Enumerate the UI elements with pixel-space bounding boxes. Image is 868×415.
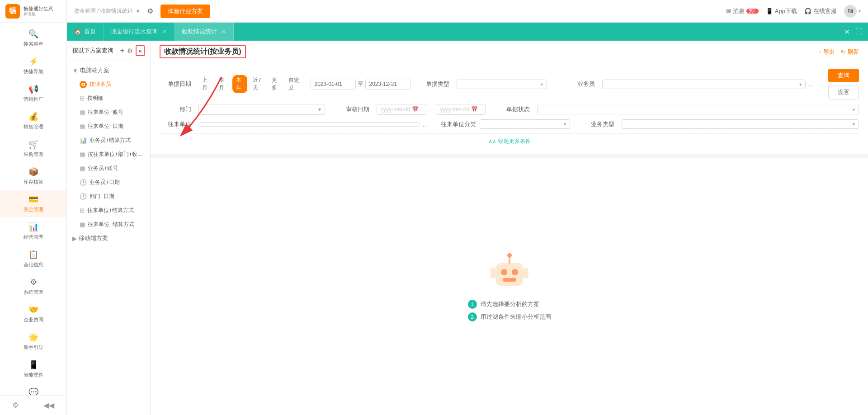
date-tab-more[interactable]: 更多 [268, 75, 283, 93]
audit-date-from[interactable]: yyyy-mm-dd 📅 [377, 104, 426, 115]
scheme-item-by-salesperson[interactable]: 按业务员 [67, 77, 150, 91]
sidebar-item-quick-nav[interactable]: ⚡ 快捷导航 [0, 52, 66, 80]
trial-button[interactable]: 体验行业方案 [160, 5, 210, 18]
breadcrumb-text: 资金管理 / 收款情况统计 [74, 7, 133, 15]
scheme-item-salesperson-method[interactable]: 📊 业务员+结算方式 [67, 133, 150, 147]
date-tab-this-month[interactable]: 本月 [215, 75, 230, 93]
system-icon: ⚙ [30, 277, 37, 287]
message-btn[interactable]: ✉ 消息 99+ [726, 7, 759, 15]
collapse-icon: ∧∧ [488, 138, 496, 145]
partner-select[interactable] [198, 122, 420, 127]
breadcrumb-dropdown[interactable]: ▾ [137, 8, 140, 14]
scheme-item-label: 业务员+账号 [88, 165, 118, 172]
scheme-group-desktop-header[interactable]: ▼ 电脑端方案 [67, 64, 150, 77]
sidebar-item-search-menu[interactable]: 🔍 搜索菜单 [0, 24, 66, 52]
scheme-settings-btn[interactable]: ⚙ [127, 47, 133, 54]
date-label: 单据日期 [160, 80, 191, 88]
settings-footer-btn[interactable]: ⚙ [12, 401, 19, 410]
setting-button[interactable]: 设置 [828, 85, 859, 99]
sidebar-item-marketing[interactable]: 📢 营销推广 [0, 80, 66, 107]
header-gear-icon[interactable]: ⚙ [147, 7, 153, 15]
sidebar-item-sales[interactable]: 💰 销售管理 [0, 107, 66, 135]
online-service-btn[interactable]: 🎧 在线客服 [804, 7, 837, 15]
export-btn[interactable]: ↑ 导出 [819, 48, 835, 56]
tab-bank-flow-label: 现金银行流水查询 [111, 28, 158, 36]
scheme-item-by-detail[interactable]: ⊞ 按明细 [67, 91, 150, 105]
message-label: 消息 [733, 7, 745, 15]
tab-bank-flow[interactable]: 现金银行流水查询 ✕ [104, 23, 175, 41]
sidebar-item-operations[interactable]: 📊 经营管理 [0, 217, 66, 245]
svg-rect-9 [523, 268, 528, 278]
sidebar-footer: ⚙ ◀◀ [0, 395, 66, 415]
tab-collection-stat[interactable]: 收款情况统计 ✕ [175, 23, 234, 41]
scheme-item-partner-account[interactable]: ▦ 往来单位+账号 [67, 105, 150, 119]
collapse-sidebar-btn[interactable]: ◀◀ [43, 401, 54, 410]
scheme-item-salesperson-date[interactable]: 🕐 业务员+日期 [67, 175, 150, 189]
audit-date-sep: — [428, 106, 434, 113]
date-tab-last-month[interactable]: 上月 [198, 75, 213, 93]
scheme-collapse-btn[interactable]: « [136, 45, 145, 56]
tab-collection-stat-close[interactable]: ✕ [222, 28, 226, 35]
audit-from-placeholder: yyyy-mm-dd [381, 106, 410, 113]
partner-method1-icon: ⊞ [80, 207, 85, 214]
partner-dept-icon: ▦ [80, 151, 85, 158]
tab-maximize-btn[interactable]: ⛶ [855, 28, 863, 36]
user-dropdown[interactable]: Rit ▾ [844, 5, 861, 18]
scheme-item-label: 部门+日期 [90, 193, 114, 200]
collapse-filters-btn[interactable]: ∧∧ 收起更多条件 [488, 137, 531, 145]
date-tab-custom[interactable]: 自定义 [285, 75, 304, 93]
sidebar-item-purchase[interactable]: 🛒 采购管理 [0, 135, 66, 162]
scheme-group-mobile-header[interactable]: ▶ 移动端方案 [67, 231, 150, 245]
audit-date-to[interactable]: yyyy-mm-dd 📅 [436, 104, 486, 115]
tab-bank-flow-close[interactable]: ✕ [162, 28, 167, 35]
page-area: 按以下方案查询 + ⚙ « ▼ 电脑端方案 [67, 41, 868, 415]
user-text: Rit [848, 9, 853, 14]
date-tab-7days[interactable]: 近7天 [249, 75, 266, 93]
dept-date-icon: 🕐 [80, 193, 87, 200]
partner-category-select[interactable]: ▾ [480, 119, 570, 129]
scheme-item-partner-method2[interactable]: ▦ 往来单位+结算方式 [67, 217, 150, 231]
sidebar-item-label: 资金管理 [24, 206, 43, 213]
scheme-item-partner-dept[interactable]: ▦ 按往来单位+部门+收... [67, 147, 150, 161]
salesperson-arrow: ▾ [799, 82, 802, 87]
sidebar-item-basic-info[interactable]: 📋 基础信息 [0, 245, 66, 273]
scheme-item-dept-date[interactable]: 🕐 部门+日期 [67, 189, 150, 203]
sidebar-item-guide[interactable]: 🌟 新手引导 [0, 328, 66, 355]
sidebar-item-inventory[interactable]: 📦 库存核算 [0, 162, 66, 190]
date-tab-this-year[interactable]: 本年 [232, 75, 247, 93]
sidebar-item-finance[interactable]: 💳 资金管理 [0, 190, 66, 217]
tab-close-all-btn[interactable]: ✕ [844, 28, 850, 36]
step-1-num: 1 [468, 300, 477, 309]
audit-to-cal-icon: 📅 [471, 106, 478, 113]
scheme-item-partner-method1[interactable]: ⊞ 往来单位+结算方式 [67, 203, 150, 217]
app-download-btn[interactable]: 📱 App下载 [766, 7, 797, 15]
salesperson-select[interactable]: ▾ [602, 80, 806, 89]
date-to-input[interactable] [365, 79, 410, 90]
biz-type-select[interactable]: ▾ [622, 119, 859, 129]
logo-icon: 畅 [5, 4, 20, 19]
scheme-list: ▼ 电脑端方案 按业务员 ⊞ 按明细 [67, 61, 150, 415]
refresh-btn[interactable]: ↻ 刷新 [840, 48, 859, 56]
inventory-icon: 📦 [28, 167, 38, 177]
salesperson-more-btn[interactable]: ... [808, 80, 814, 88]
scheme-item-partner-date[interactable]: ▦ 往来单位+日期 [67, 119, 150, 133]
dept-select[interactable]: ▾ [198, 104, 325, 115]
scheme-item-salesperson-account[interactable]: ▦ 业务员+账号 [67, 161, 150, 175]
bill-status-select[interactable]: ▾ [537, 105, 859, 114]
date-from-input[interactable] [311, 79, 356, 90]
salesperson-account-icon: ▦ [80, 165, 85, 172]
audit-date-label: 审核日期 [338, 105, 369, 113]
partner-more-btn[interactable]: ... [423, 121, 428, 128]
by-detail-icon: ⊞ [80, 95, 85, 102]
query-button[interactable]: 查询 [828, 69, 859, 82]
bill-type-select[interactable]: ▾ [457, 80, 547, 89]
tab-home[interactable]: 🏠 首页 [67, 23, 104, 41]
scheme-item-label: 业务员+结算方式 [90, 137, 131, 144]
salesperson-method-icon: 📊 [80, 137, 87, 144]
sidebar-item-system[interactable]: ⚙ 系统管理 [0, 273, 66, 300]
sidebar-item-enterprise[interactable]: 🤝 企业协同 [0, 300, 66, 328]
title-actions: ↑ 导出 ↻ 刷新 [819, 48, 859, 56]
sidebar-item-smart-hw[interactable]: 📱 智能硬件 [0, 355, 66, 383]
sidebar-item-wechat[interactable]: 💬 企业微信 [0, 383, 66, 395]
scheme-add-btn[interactable]: + [120, 47, 124, 55]
